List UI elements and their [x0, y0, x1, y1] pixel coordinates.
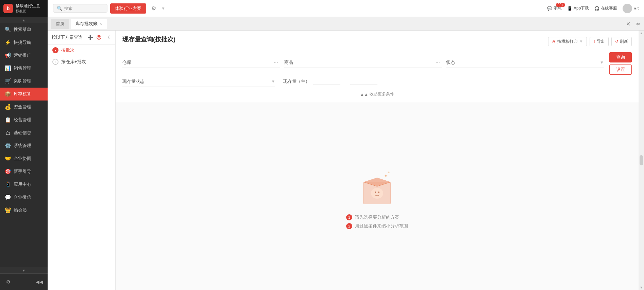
- goods-filter-input[interactable]: [295, 59, 434, 66]
- inventory-status-arrow[interactable]: ▼: [271, 79, 275, 84]
- print-icon: 🖨: [552, 39, 556, 44]
- sales-icon: 📊: [5, 65, 11, 71]
- scrollbar-arrow-up[interactable]: ▲: [640, 31, 643, 35]
- inventory-amount-from[interactable]: [313, 78, 340, 85]
- user-avatar: [623, 4, 632, 13]
- user-profile[interactable]: Rit: [623, 4, 639, 13]
- goods-filter-label: 商品: [284, 59, 293, 66]
- app-download-icon: 📱: [567, 6, 572, 11]
- sidebar-item-member[interactable]: 👑 畅会员: [0, 204, 48, 217]
- tip-text-1: 请先选择要分析的方案: [355, 214, 399, 220]
- enterprise-icon: 🤝: [5, 156, 11, 162]
- svg-point-0: [97, 35, 101, 39]
- app-download-button[interactable]: 📱 App下载: [567, 5, 589, 11]
- print-dropdown-arrow[interactable]: ▼: [579, 39, 583, 44]
- global-search[interactable]: 🔍: [53, 4, 107, 13]
- sidebar-scroll-up[interactable]: ▲: [0, 17, 48, 23]
- sidebar-nav: 🔍 搜索菜单 ⚡ 快捷导航 📢 营销推广 📊 销售管理 🛒 采购管理 📦 库存核…: [0, 23, 48, 267]
- sidebar-item-quick[interactable]: ⚡ 快捷导航: [0, 36, 48, 49]
- sidebar-item-operations[interactable]: 📋 经营管理: [0, 113, 48, 126]
- add-scheme-button[interactable]: ➕: [87, 34, 94, 41]
- sidebar-item-finance[interactable]: 💰 资金管理: [0, 101, 48, 113]
- tabbar: 首页 库存批次账 × ✕ ≫: [48, 17, 644, 31]
- online-service-button[interactable]: 🎧 在线客服: [594, 5, 617, 11]
- tabbar-expand-icon[interactable]: ≫: [635, 21, 641, 26]
- search-input[interactable]: [64, 6, 95, 11]
- left-panel-header: 按以下方案查询 ➕ 《: [48, 31, 115, 44]
- app-download-label: App下载: [574, 5, 589, 11]
- empty-tip-2: 2 用过滤条件来缩小分析范围: [346, 223, 408, 229]
- scrollbar-thumb[interactable]: [640, 155, 643, 165]
- messages-button[interactable]: 💬 消息 99+: [547, 5, 562, 11]
- topbar-dropdown-arrow[interactable]: ▼: [161, 6, 165, 11]
- goods-filter-more-icon[interactable]: ···: [434, 59, 442, 66]
- scheme-item-warehouse-batch[interactable]: ○ 按仓库+批次: [48, 56, 115, 68]
- left-panel-actions: ➕ 《: [87, 34, 111, 41]
- tip-num-2: 2: [346, 223, 352, 229]
- app-logo: b: [3, 4, 13, 13]
- search-icon: 🔍: [57, 6, 62, 11]
- tab-inventory-batch[interactable]: 库存批次账 ×: [71, 19, 107, 29]
- tabbar-close-button[interactable]: ✕: [626, 20, 630, 27]
- sidebar-item-newbie[interactable]: 🎯 新手引导: [0, 165, 48, 178]
- print-template-label: 按模板打印: [557, 39, 578, 44]
- status-dropdown-arrow[interactable]: ▼: [600, 60, 604, 65]
- sidebar-item-basic[interactable]: 🗂 基础信息: [0, 126, 48, 139]
- right-panel: 现存量查询(按批次) 🖨 按模板打印 ▼ ↑ 导出 ↺: [116, 31, 639, 290]
- inventory-amount-to[interactable]: [350, 78, 377, 85]
- scheme-item-batch[interactable]: ● 按批次: [48, 44, 115, 56]
- tab-close-icon[interactable]: ×: [100, 21, 102, 26]
- wechat-icon: 💬: [5, 194, 11, 200]
- topbar: 🔍 体验行业方案 ⚙ ▼ 💬 消息 99+ 📱 App下载 🎧 在线客服: [48, 0, 644, 17]
- scheme-warehouse-batch-label: 按仓库+批次: [61, 59, 86, 65]
- sidebar-item-inventory[interactable]: 📦 库存核算: [0, 88, 48, 101]
- topbar-left: 🔍 体验行业方案 ⚙ ▼: [53, 3, 544, 14]
- search-menu-icon: 🔍: [5, 26, 11, 33]
- svg-point-9: [375, 192, 376, 193]
- scheme-settings-icon[interactable]: [96, 34, 102, 41]
- sidebar-label-enterprise: 企业协同: [14, 156, 31, 162]
- settings-gear-icon[interactable]: ⚙: [149, 4, 158, 13]
- status-filter-label: 状态: [446, 59, 455, 66]
- sidebar: b 畅康通好生意 标准版 ▲ 🔍 搜索菜单 ⚡ 快捷导航 📢 营销推广 📊 销售…: [0, 0, 48, 290]
- collapse-arrow-up-icon: ▲▲: [360, 92, 368, 97]
- sidebar-item-search[interactable]: 🔍 搜索菜单: [0, 23, 48, 36]
- sidebar-scroll-down[interactable]: ▼: [0, 267, 48, 273]
- sidebar-label-purchase: 采购管理: [14, 78, 31, 84]
- scheme-batch-icon: ●: [52, 47, 58, 53]
- tab-home[interactable]: 首页: [51, 19, 69, 29]
- right-scrollbar[interactable]: ▲ ▼: [639, 31, 644, 290]
- scrollbar-arrow-down[interactable]: ▼: [640, 286, 643, 289]
- sidebar-item-sales[interactable]: 📊 销售管理: [0, 62, 48, 75]
- collapse-more-conditions[interactable]: ▲▲ 收起更多条件: [122, 89, 632, 99]
- sidebar-item-wechat[interactable]: 💬 企业微信: [0, 191, 48, 204]
- settings-icon[interactable]: ⚙: [3, 277, 13, 287]
- sidebar-label-sales: 销售管理: [14, 65, 31, 71]
- warehouse-filter-more-icon[interactable]: ···: [272, 59, 280, 66]
- warehouse-filter-input[interactable]: [133, 59, 272, 66]
- collapse-label: 收起更多条件: [370, 91, 394, 97]
- settings-button[interactable]: 设置: [609, 65, 632, 75]
- content-area: 按以下方案查询 ➕ 《 ● 按批次 ○: [48, 31, 644, 290]
- sidebar-item-marketing[interactable]: 📢 营销推广: [0, 49, 48, 62]
- export-icon: ↑: [593, 39, 595, 44]
- basic-icon: 🗂: [5, 130, 11, 136]
- print-template-button[interactable]: 🖨 按模板打印 ▼: [548, 37, 587, 46]
- sidebar-collapse-icon[interactable]: ◀◀: [35, 277, 44, 287]
- sidebar-item-apps[interactable]: 📱 应用中心: [0, 178, 48, 191]
- trial-industry-button[interactable]: 体验行业方案: [110, 3, 146, 14]
- sidebar-item-enterprise[interactable]: 🤝 企业协同: [0, 152, 48, 165]
- sidebar-item-system[interactable]: ⚙️ 系统管理: [0, 139, 48, 152]
- warehouse-filter-label: 仓库: [122, 59, 131, 66]
- query-button[interactable]: 查询: [609, 52, 632, 62]
- scheme-warehouse-batch-icon: ○: [52, 59, 58, 65]
- export-button[interactable]: ↑ 导出: [590, 37, 609, 46]
- sidebar-item-purchase[interactable]: 🛒 采购管理: [0, 75, 48, 88]
- sidebar-label-system: 系统管理: [14, 143, 31, 149]
- refresh-button[interactable]: ↺ 刷新: [611, 37, 632, 46]
- range-dash: —: [343, 79, 348, 84]
- sidebar-label-finance: 资金管理: [14, 104, 31, 110]
- left-panel-collapse-icon[interactable]: 《: [104, 34, 111, 41]
- service-icon: 🎧: [594, 6, 599, 11]
- refresh-icon: ↺: [615, 39, 618, 44]
